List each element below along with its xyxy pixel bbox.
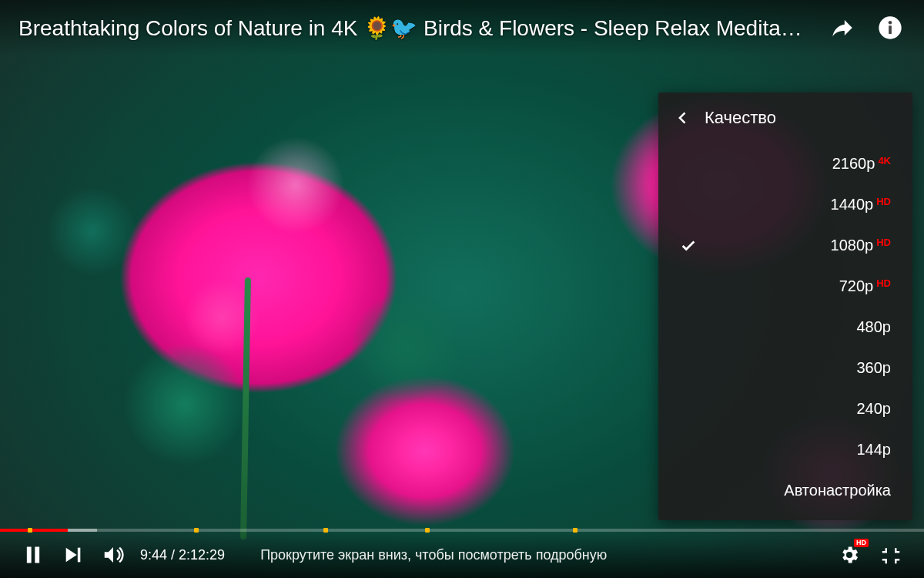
top-actions bbox=[827, 12, 906, 43]
quality-badge: 4K bbox=[878, 155, 891, 166]
quality-option-2160p[interactable]: 2160p4K bbox=[658, 143, 912, 184]
quality-option-360p[interactable]: 360p bbox=[658, 348, 912, 388]
time-display: 9:44 / 2:12:29 bbox=[140, 547, 225, 563]
quality-option-label: Автонастройка bbox=[701, 482, 891, 499]
quality-options-list[interactable]: 2160p4K1440pHD1080pHD720pHD480p360p240p1… bbox=[658, 143, 912, 520]
svg-rect-3 bbox=[27, 547, 32, 563]
quality-option-автонастройка[interactable]: Автонастройка bbox=[658, 470, 912, 511]
quality-badge: HD bbox=[876, 277, 891, 289]
share-button[interactable] bbox=[827, 12, 858, 43]
svg-rect-1 bbox=[889, 25, 892, 34]
next-icon bbox=[62, 544, 84, 566]
quality-option-label: 144p bbox=[701, 441, 891, 459]
quality-menu-title: Качество bbox=[705, 108, 776, 128]
svg-rect-5 bbox=[78, 548, 81, 563]
exit-fullscreen-button[interactable] bbox=[873, 537, 909, 573]
quality-option-240p[interactable]: 240p bbox=[658, 388, 912, 429]
quality-menu: Качество 2160p4K1440pHD1080pHD720pHD480p… bbox=[658, 92, 912, 520]
quality-option-144p[interactable]: 144p bbox=[658, 429, 912, 470]
volume-icon bbox=[102, 543, 125, 566]
settings-hd-badge: HD bbox=[854, 539, 869, 547]
quality-option-720p[interactable]: 720pHD bbox=[658, 266, 912, 307]
time-current: 9:44 bbox=[140, 547, 167, 563]
quality-menu-back[interactable]: Качество bbox=[658, 92, 912, 143]
chevron-left-icon bbox=[675, 110, 691, 126]
quality-option-1440p[interactable]: 1440pHD bbox=[658, 184, 912, 225]
quality-option-480p[interactable]: 480p bbox=[658, 307, 912, 348]
quality-option-label: 720pHD bbox=[701, 277, 891, 295]
top-overlay: Breathtaking Colors of Nature in 4K 🌻🐦 B… bbox=[0, 0, 924, 55]
gear-icon bbox=[839, 544, 860, 566]
pause-icon bbox=[22, 544, 44, 566]
controls-bar: 9:44 / 2:12:29 Прокрутите экран вниз, чт… bbox=[0, 532, 924, 578]
controls-right: HD bbox=[832, 537, 909, 573]
time-duration: 2:12:29 bbox=[179, 547, 225, 563]
quality-option-label: 360p bbox=[701, 359, 891, 377]
quality-option-label: 480p bbox=[701, 318, 891, 336]
info-button[interactable] bbox=[875, 12, 906, 43]
pause-button[interactable] bbox=[15, 537, 51, 573]
info-icon bbox=[878, 15, 902, 40]
info-overlay-text: Прокрутите экран вниз, чтобы посмотреть … bbox=[260, 547, 827, 563]
quality-badge: HD bbox=[876, 237, 891, 248]
quality-option-label: 240p bbox=[701, 400, 891, 418]
quality-badge: HD bbox=[876, 196, 891, 207]
exit-fullscreen-icon bbox=[879, 543, 902, 566]
check-icon bbox=[675, 237, 701, 254]
svg-rect-4 bbox=[35, 547, 39, 563]
volume-button[interactable] bbox=[95, 537, 131, 573]
video-title[interactable]: Breathtaking Colors of Nature in 4K 🌻🐦 B… bbox=[18, 15, 812, 41]
settings-button[interactable]: HD bbox=[832, 537, 867, 573]
next-button[interactable] bbox=[55, 537, 91, 573]
quality-option-label: 2160p4K bbox=[701, 155, 891, 173]
share-icon bbox=[829, 15, 855, 41]
quality-option-label: 1440pHD bbox=[701, 196, 891, 213]
svg-point-2 bbox=[889, 21, 892, 25]
quality-option-1080p[interactable]: 1080pHD bbox=[658, 225, 912, 266]
quality-option-label: 1080pHD bbox=[701, 237, 891, 254]
video-player: Breathtaking Colors of Nature in 4K 🌻🐦 B… bbox=[0, 0, 924, 578]
